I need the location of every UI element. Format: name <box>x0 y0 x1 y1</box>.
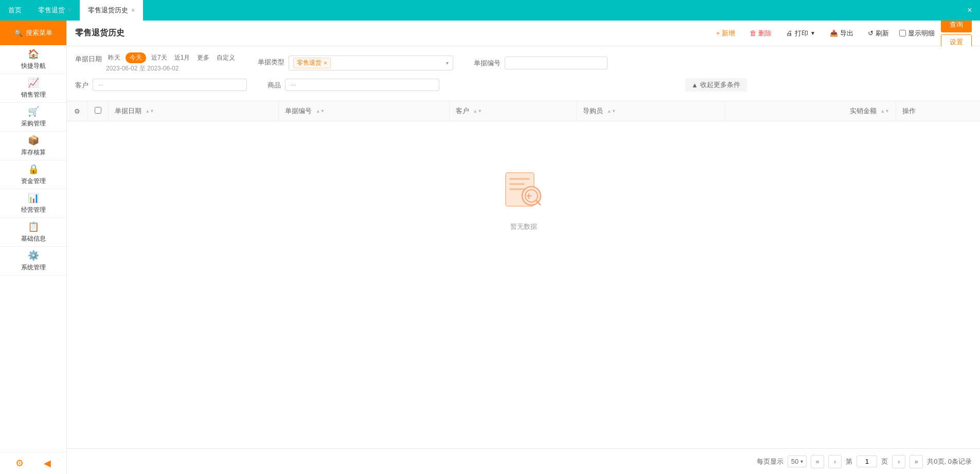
collapse-icon: ▲ <box>691 81 698 89</box>
date-option-yesterday[interactable]: 昨天 <box>106 52 122 63</box>
page-size-value: 50 <box>791 458 798 465</box>
sidebar-bottom: ⚙ ◀ <box>0 452 66 474</box>
display-detail-label: 显示明细 <box>908 29 935 38</box>
customer-placeholder: ··· <box>98 81 103 88</box>
tab-retail-return-label: 零售退货 <box>38 6 65 15</box>
filter-group-goods: 商品 ··· <box>268 79 439 91</box>
table-header-row: ⚙ 单据日期 ▲▼ 单据编号 ▲▼ <box>67 101 980 121</box>
data-table: ⚙ 单据日期 ▲▼ 单据编号 ▲▼ <box>67 101 980 121</box>
page-number-input[interactable] <box>857 455 877 467</box>
sidebar-item-system-mgmt[interactable]: ⚙️ 系统管理 <box>0 247 66 276</box>
th-doc-no-label: 单据编号 <box>285 107 312 115</box>
tab-retail-return-close[interactable]: × <box>68 7 72 14</box>
page-label: 第 <box>846 457 852 466</box>
th-doc-date[interactable]: 单据日期 ▲▼ <box>108 101 279 121</box>
refresh-button[interactable]: ↺ 刷新 <box>864 27 893 40</box>
date-option-7days[interactable]: 近7天 <box>149 52 169 63</box>
export-icon: 📤 <box>830 29 838 37</box>
sidebar-item-quick-nav[interactable]: 🏠 快捷导航 <box>0 45 66 74</box>
tab-home[interactable]: 首页 <box>0 0 30 21</box>
doc-type-select[interactable]: 零售退货 × ▾ <box>289 56 453 70</box>
th-doc-no[interactable]: 单据编号 ▲▼ <box>279 101 450 121</box>
prev-page-button[interactable]: ‹ <box>828 455 842 468</box>
display-detail-checkbox[interactable]: 显示明细 <box>899 29 935 38</box>
display-detail-input[interactable] <box>899 30 906 37</box>
date-option-today[interactable]: 今天 <box>126 52 146 63</box>
filter-group-date: 单据日期 昨天 今天 近7天 近1月 更多 自定义 2023-06-02 至 2… <box>75 52 237 73</box>
goods-placeholder: ··· <box>291 81 296 88</box>
page-size-arrow: ▾ <box>800 459 803 464</box>
sort-icon-customer: ▲▼ <box>473 109 482 114</box>
export-button-label: 导出 <box>840 29 853 38</box>
sort-icon-doc-date: ▲▼ <box>145 109 154 114</box>
customer-label: 客户 <box>75 79 88 90</box>
window-close-button[interactable]: × <box>959 0 980 21</box>
sidebar-search[interactable]: 🔍 搜索菜单 <box>0 21 66 45</box>
settings-bottom-icon[interactable]: ⚙ <box>15 458 24 469</box>
date-option-1month[interactable]: 近1月 <box>172 52 192 63</box>
empty-state: 暂无数据 <box>67 121 980 272</box>
query-button[interactable]: 查询 <box>941 21 972 32</box>
th-customer-label: 客户 <box>456 107 469 115</box>
finance-icon: 🔒 <box>28 163 39 175</box>
tab-home-label: 首页 <box>8 6 22 15</box>
collapse-sidebar-icon[interactable]: ◀ <box>44 458 51 469</box>
doc-type-tag-close[interactable]: × <box>324 60 327 66</box>
filter-group-customer: 客户 ··· <box>75 79 247 91</box>
th-guide[interactable]: 导购员 ▲▼ <box>577 101 725 121</box>
refresh-icon: ↺ <box>868 29 874 37</box>
date-option-more[interactable]: 更多 <box>195 52 211 63</box>
sidebar-item-basic-info[interactable]: 📋 基础信息 <box>0 218 66 247</box>
new-button[interactable]: + 新增 <box>712 27 739 40</box>
th-customer[interactable]: 客户 ▲▼ <box>449 101 576 121</box>
print-button-label: 打印 <box>795 29 808 38</box>
sidebar-item-system-mgmt-label: 系统管理 <box>21 263 46 272</box>
sales-icon: 📈 <box>28 77 39 88</box>
sidebar-item-inventory[interactable]: 📦 库存核算 <box>0 132 66 160</box>
delete-button-label: 删除 <box>758 29 772 38</box>
first-page-button[interactable]: « <box>811 455 824 468</box>
page-header: 零售退货历史 + 新增 🗑 删除 🖨 打印 ▼ 📤 导出 <box>67 21 980 46</box>
doc-no-label: 单据编号 <box>474 57 501 68</box>
goods-input[interactable]: ··· <box>285 79 439 91</box>
tab-retail-return-history-close[interactable]: × <box>131 7 135 14</box>
last-page-button[interactable]: » <box>910 455 923 468</box>
th-settings[interactable]: ⚙ <box>67 101 87 121</box>
column-settings-icon[interactable]: ⚙ <box>74 107 80 115</box>
th-operation: 操作 <box>896 101 980 121</box>
th-actual-amount-label: 实销金额 <box>850 107 877 115</box>
total-summary: 共0页, 0条记录 <box>927 457 972 466</box>
next-page-button[interactable]: › <box>892 455 905 468</box>
main-layout: 🔍 搜索菜单 🏠 快捷导航 📈 销售管理 🛒 采购管理 📦 库存核算 🔒 资金管… <box>0 21 980 474</box>
th-actual-amount[interactable]: 实销金额 ▲▼ <box>725 101 896 121</box>
doc-type-tag: 零售退货 × <box>293 58 330 68</box>
sidebar-item-inventory-label: 库存核算 <box>21 148 46 157</box>
doc-no-input[interactable] <box>505 57 608 69</box>
search-icon: 🔍 <box>14 29 23 37</box>
select-all-checkbox[interactable] <box>95 107 101 114</box>
tab-retail-return[interactable]: 零售退货 × <box>30 0 80 21</box>
customer-input[interactable]: ··· <box>93 79 247 91</box>
tab-retail-return-history-label: 零售退货历史 <box>88 6 128 15</box>
sidebar-item-finance[interactable]: 🔒 资金管理 <box>0 160 66 189</box>
print-button[interactable]: 🖨 打印 ▼ <box>782 27 819 40</box>
date-option-custom[interactable]: 自定义 <box>215 52 237 63</box>
date-range-display: 2023-06-02 至 2023-06-02 <box>106 64 237 73</box>
empty-icon <box>498 162 549 214</box>
home-icon: 🏠 <box>28 48 39 60</box>
sidebar-item-purchase-mgmt[interactable]: 🛒 采购管理 <box>0 103 66 132</box>
sidebar-item-operations[interactable]: 📊 经营管理 <box>0 189 66 218</box>
th-checkbox[interactable] <box>87 101 108 121</box>
empty-text: 暂无数据 <box>510 222 537 231</box>
filter-group-doc-type: 单据类型 零售退货 × ▾ <box>258 56 453 70</box>
page-title: 零售退货历史 <box>75 28 124 39</box>
sidebar-item-sales-mgmt[interactable]: 📈 销售管理 <box>0 74 66 103</box>
sidebar-item-finance-label: 资金管理 <box>21 177 46 186</box>
filter-area: 单据日期 昨天 今天 近7天 近1月 更多 自定义 2023-06-02 至 2… <box>67 46 980 101</box>
delete-button[interactable]: 🗑 删除 <box>745 27 776 40</box>
tab-retail-return-history[interactable]: 零售退货历史 × <box>80 0 143 21</box>
collapse-button[interactable]: ▲ 收起更多条件 <box>685 78 747 92</box>
export-button[interactable]: 📤 导出 <box>826 27 858 40</box>
sidebar-item-sales-mgmt-label: 销售管理 <box>21 90 46 99</box>
page-size-select[interactable]: 50 ▾ <box>788 455 807 467</box>
